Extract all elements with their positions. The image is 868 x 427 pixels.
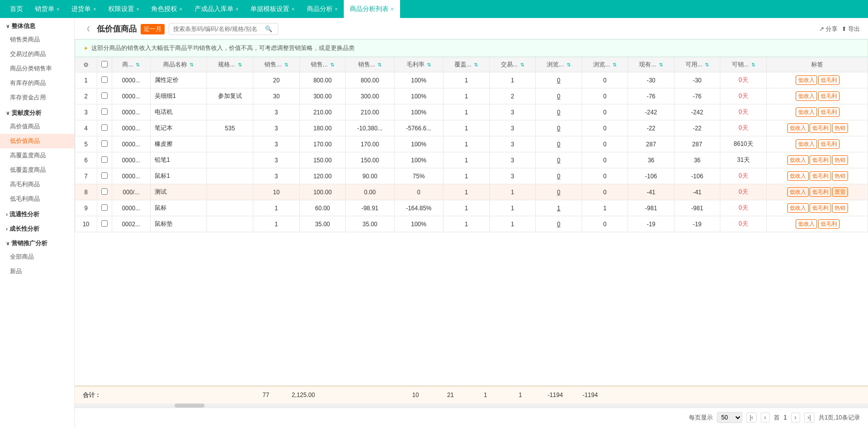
row-checkbox[interactable] — [101, 140, 108, 147]
sidebar-item-high-margin[interactable]: 高毛利商品 — [0, 177, 74, 192]
nav-home[interactable]: 首页 — [4, 0, 29, 18]
close-icon[interactable]: × — [179, 6, 182, 12]
nav-permissions[interactable]: 权限设置 × — [102, 0, 145, 18]
sidebar-item-low-coverage[interactable]: 低覆盖度商品 — [0, 163, 74, 177]
nav-purchase[interactable]: 进货单 × — [65, 0, 102, 18]
cell-browse1[interactable]: 0 — [536, 184, 582, 200]
cell-checkbox[interactable] — [97, 88, 112, 104]
close-icon[interactable]: × — [391, 6, 394, 12]
cell-name[interactable]: 电话机 — [150, 104, 207, 120]
col-sales-profit[interactable]: 销售... ⇅ — [346, 57, 394, 72]
col-browse1[interactable]: 浏览... ⇅ — [536, 57, 582, 72]
cell-checkbox[interactable] — [97, 72, 112, 88]
collapse-button[interactable]: 《 — [83, 24, 91, 34]
col-avail[interactable]: 可用... ⇅ — [674, 57, 720, 72]
browse-link[interactable]: 0 — [557, 125, 561, 132]
cell-browse1[interactable]: 0 — [536, 168, 582, 184]
per-page-select[interactable]: 50 100 200 — [717, 412, 742, 423]
sidebar-item-traded-products[interactable]: 交易过的商品 — [0, 47, 74, 61]
nav-role-auth[interactable]: 角色授权 × — [145, 0, 188, 18]
nav-product-analysis-list[interactable]: 商品分析列表 × — [344, 0, 400, 18]
browse-link[interactable]: 0 — [557, 157, 561, 164]
sidebar-section-marketing[interactable]: ∨ 营销推广分析 — [0, 235, 74, 250]
search-icon[interactable]: 🔍 — [265, 25, 272, 32]
close-icon[interactable]: × — [291, 6, 294, 12]
next-page-button[interactable]: › — [791, 413, 800, 423]
sidebar-item-low-value[interactable]: 低价值商品 — [0, 134, 74, 148]
close-icon[interactable]: × — [56, 6, 59, 12]
cell-checkbox[interactable] — [97, 168, 112, 184]
close-icon[interactable]: × — [136, 6, 139, 12]
sidebar-item-all-products[interactable]: 全部商品 — [0, 250, 74, 264]
sidebar-item-high-coverage[interactable]: 高覆盖度商品 — [0, 148, 74, 163]
sidebar-section-contribution[interactable]: ∨ 贡献度分析 — [0, 105, 74, 119]
cell-browse1[interactable]: 0 — [536, 104, 582, 120]
search-input[interactable] — [173, 25, 263, 32]
sidebar-section-overall[interactable]: ∨ 整体信息 — [0, 18, 74, 32]
cell-name[interactable]: 笔记本 — [150, 120, 207, 136]
col-coverage[interactable]: 覆盖... ⇅ — [443, 57, 490, 72]
row-checkbox[interactable] — [101, 92, 108, 99]
first-page-button[interactable]: |‹ — [746, 413, 757, 423]
last-page-button[interactable]: ›| — [804, 413, 815, 423]
col-margin-rate[interactable]: 毛利率 ⇅ — [394, 57, 443, 72]
cell-checkbox[interactable] — [97, 120, 112, 136]
browse-link[interactable]: 0 — [557, 109, 561, 116]
col-saleable[interactable]: 可销... ⇅ — [720, 57, 767, 72]
cell-name[interactable]: 鼠标垫 — [150, 216, 207, 232]
col-spec[interactable]: 规格... ⇅ — [207, 57, 253, 72]
col-sales-amount[interactable]: 销售... ⇅ — [299, 57, 346, 72]
cell-browse1[interactable]: 0 — [536, 72, 582, 88]
close-icon[interactable]: × — [335, 6, 338, 12]
row-checkbox[interactable] — [101, 188, 108, 195]
cell-name[interactable]: 吴细细1 — [150, 88, 207, 104]
cell-browse1[interactable]: 0 — [536, 216, 582, 232]
nav-product-warehouse[interactable]: 产成品入库单 × — [189, 0, 244, 18]
sidebar-item-low-margin[interactable]: 低毛利商品 — [0, 192, 74, 206]
close-icon[interactable]: × — [235, 6, 238, 12]
cell-checkbox[interactable] — [97, 104, 112, 120]
cell-browse1[interactable]: 0 — [536, 152, 582, 168]
col-sales-qty[interactable]: 销售... ⇅ — [253, 57, 300, 72]
cell-checkbox[interactable] — [97, 200, 112, 216]
browse-link[interactable]: 0 — [557, 77, 561, 84]
row-checkbox[interactable] — [101, 156, 108, 163]
nav-template-settings[interactable]: 单据模板设置 × — [244, 0, 300, 18]
cell-name[interactable]: 铅笔1 — [150, 152, 207, 168]
cell-browse1[interactable]: 1 — [536, 200, 582, 216]
row-checkbox[interactable] — [101, 204, 108, 211]
close-icon[interactable]: × — [93, 6, 96, 12]
cell-browse1[interactable]: 0 — [536, 136, 582, 152]
browse-link[interactable]: 0 — [557, 141, 561, 148]
cell-name[interactable]: 鼠标1 — [150, 168, 207, 184]
sidebar-item-stocked-products[interactable]: 有库存的商品 — [0, 76, 74, 90]
col-trade-count[interactable]: 交易... ⇅ — [489, 57, 536, 72]
sidebar-item-high-value[interactable]: 高价值商品 — [0, 119, 74, 134]
col-stock[interactable]: 现有... ⇅ — [628, 57, 674, 72]
col-browse2[interactable]: 浏览... ⇅ — [582, 57, 628, 72]
browse-link[interactable]: 0 — [557, 173, 561, 180]
row-checkbox[interactable] — [101, 108, 108, 115]
sidebar-item-sales-products[interactable]: 销售类商品 — [0, 32, 74, 47]
cell-checkbox[interactable] — [97, 216, 112, 232]
col-settings[interactable]: ⚙ — [75, 57, 97, 72]
col-code[interactable]: 商... ⇅ — [112, 57, 150, 72]
nav-product-analysis[interactable]: 商品分析 × — [301, 0, 344, 18]
browse-link[interactable]: 0 — [557, 189, 561, 196]
row-checkbox[interactable] — [101, 76, 108, 83]
sidebar-item-inventory-capital[interactable]: 库存资金占用 — [0, 90, 74, 105]
row-checkbox[interactable] — [101, 220, 108, 227]
col-checkbox[interactable] — [97, 57, 112, 72]
row-checkbox[interactable] — [101, 172, 108, 179]
search-box[interactable]: 🔍 — [169, 23, 278, 35]
cell-name[interactable]: 属性定价 — [150, 72, 207, 88]
cell-name[interactable]: 鼠标 — [150, 200, 207, 216]
row-checkbox[interactable] — [101, 124, 108, 131]
scrollbar-track[interactable] — [75, 404, 868, 408]
prev-page-button[interactable]: ‹ — [761, 413, 770, 423]
date-badge[interactable]: 近一月 — [141, 24, 165, 34]
sidebar-section-circulation[interactable]: › 流通性分析 — [0, 206, 74, 221]
browse-link[interactable]: 0 — [557, 221, 561, 228]
cell-browse1[interactable]: 0 — [536, 120, 582, 136]
sidebar-item-category-sales-rate[interactable]: 商品分类销售率 — [0, 61, 74, 76]
